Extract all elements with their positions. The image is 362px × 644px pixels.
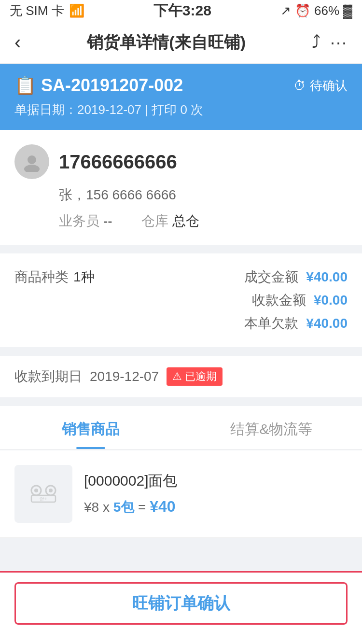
divider-3 bbox=[0, 398, 362, 406]
warehouse-value: 总仓 bbox=[172, 212, 199, 230]
no-sim-text: 无 SIM 卡 bbox=[10, 2, 64, 19]
svg-point-1 bbox=[24, 165, 40, 172]
wifi-icon: 📶 bbox=[69, 3, 84, 18]
battery-text: 66% bbox=[314, 3, 339, 18]
status-time: 下午3:28 bbox=[153, 1, 211, 21]
back-button[interactable]: ‹ bbox=[14, 31, 21, 53]
confirm-order-button[interactable]: 旺铺订单确认 bbox=[14, 582, 348, 625]
divider-2 bbox=[0, 348, 362, 356]
transaction-amount: ¥40.00 bbox=[306, 269, 348, 285]
overdue-text: 已逾期 bbox=[185, 369, 217, 384]
overdue-badge: ⚠ 已逾期 bbox=[167, 367, 223, 386]
collection-label: 收款金额 bbox=[252, 291, 306, 309]
due-date-card: 收款到期日 2019-12-07 ⚠ 已逾期 bbox=[0, 356, 362, 397]
balance-row: 本单欠款 ¥40.00 bbox=[244, 314, 348, 333]
clock-icon: ⏱ bbox=[293, 78, 306, 93]
order-id: 📋 SA-20191207-002 bbox=[14, 75, 183, 96]
status-text: 待确认 bbox=[310, 77, 348, 94]
collection-row: 收款金额 ¥0.00 bbox=[252, 291, 348, 309]
salesperson-meta: 业务员 -- bbox=[59, 212, 112, 230]
unit-price: ¥8 bbox=[84, 500, 99, 515]
quantity: 5包 bbox=[113, 500, 135, 515]
location-icon: ↗ bbox=[280, 3, 291, 18]
order-header: 📋 SA-20191207-002 ⏱ 待确认 单据日期：2019-12-07 … bbox=[0, 64, 362, 130]
product-type-label: 商品种类 bbox=[14, 268, 69, 286]
total-price: ¥40 bbox=[150, 498, 175, 515]
multiply-sign: x bbox=[103, 500, 113, 515]
transaction-label: 成交金额 bbox=[244, 268, 298, 286]
warehouse-meta: 仓库 总仓 bbox=[141, 212, 199, 230]
warehouse-label: 仓库 bbox=[141, 212, 168, 230]
equals-sign: = bbox=[138, 500, 150, 515]
customer-phone: 17666666666 bbox=[59, 151, 177, 173]
balance-label: 本单欠款 bbox=[244, 314, 298, 333]
order-status: ⏱ 待确认 bbox=[293, 77, 348, 94]
order-icon: 📋 bbox=[14, 75, 36, 96]
salesperson-label: 业务员 bbox=[59, 212, 99, 230]
product-type: 商品种类 1种 bbox=[14, 268, 95, 286]
order-id-text: SA-20191207-002 bbox=[41, 75, 183, 96]
more-button[interactable]: ··· bbox=[330, 32, 348, 53]
nav-bar: ‹ 销货单详情(来自旺铺) ⤴ ··· bbox=[0, 21, 362, 64]
product-type-value: 1种 bbox=[73, 268, 95, 286]
customer-name: 张，156 6666 6666 bbox=[59, 186, 348, 204]
svg-point-0 bbox=[28, 155, 36, 164]
status-right: ↗ ⏰ 66% ▓ bbox=[280, 3, 352, 18]
battery-icon: ▓ bbox=[343, 3, 352, 18]
tab-settlement[interactable]: 结算&物流等 bbox=[181, 406, 362, 449]
svg-point-3 bbox=[34, 489, 38, 492]
customer-meta: 业务员 -- 仓库 总仓 bbox=[59, 212, 348, 230]
table-row: 舒+ [0000002]面包 ¥8 x 5包 = ¥40 bbox=[0, 450, 362, 538]
product-info: [0000002]面包 ¥8 x 5包 = ¥40 bbox=[84, 471, 348, 517]
status-left: 无 SIM 卡 📶 bbox=[10, 2, 84, 19]
balance-amount: ¥40.00 bbox=[306, 316, 348, 331]
status-bar: 无 SIM 卡 📶 下午3:28 ↗ ⏰ 66% ▓ bbox=[0, 0, 362, 21]
collection-amount: ¥0.00 bbox=[314, 293, 348, 308]
transaction-row: 成交金额 ¥40.00 bbox=[244, 268, 348, 286]
divider-1 bbox=[0, 246, 362, 253]
product-thumbnail: 舒+ bbox=[14, 465, 72, 523]
product-name: [0000002]面包 bbox=[84, 471, 348, 491]
page-title: 销货单详情(来自旺铺) bbox=[87, 31, 246, 54]
product-list: 舒+ [0000002]面包 ¥8 x 5包 = ¥40 bbox=[0, 450, 362, 538]
product-price: ¥8 x 5包 = ¥40 bbox=[84, 498, 348, 517]
due-date-value: 2019-12-07 bbox=[90, 369, 159, 384]
summary-card: 商品种类 1种 成交金额 ¥40.00 收款金额 ¥0.00 本单欠款 ¥40.… bbox=[0, 253, 362, 347]
share-button[interactable]: ⤴ bbox=[312, 32, 320, 53]
bottom-bar: 旺铺订单确认 bbox=[0, 571, 362, 644]
svg-text:舒+: 舒+ bbox=[40, 496, 47, 502]
avatar bbox=[14, 144, 49, 179]
alarm-icon: ⏰ bbox=[295, 3, 310, 18]
tab-sales-products[interactable]: 销售商品 bbox=[0, 406, 181, 449]
salesperson-value: -- bbox=[103, 213, 112, 229]
tabs-bar: 销售商品 结算&物流等 bbox=[0, 406, 362, 449]
warning-icon: ⚠ bbox=[172, 370, 182, 383]
customer-card: 17666666666 张，156 6666 6666 业务员 -- 仓库 总仓 bbox=[0, 130, 362, 245]
due-date-label: 收款到期日 bbox=[14, 367, 82, 386]
order-date: 单据日期：2019-12-07 | 打印 0 次 bbox=[14, 101, 348, 118]
nav-actions: ⤴ ··· bbox=[312, 32, 348, 53]
amounts-section: 成交金额 ¥40.00 收款金额 ¥0.00 本单欠款 ¥40.00 bbox=[244, 268, 348, 333]
svg-point-5 bbox=[49, 489, 53, 492]
